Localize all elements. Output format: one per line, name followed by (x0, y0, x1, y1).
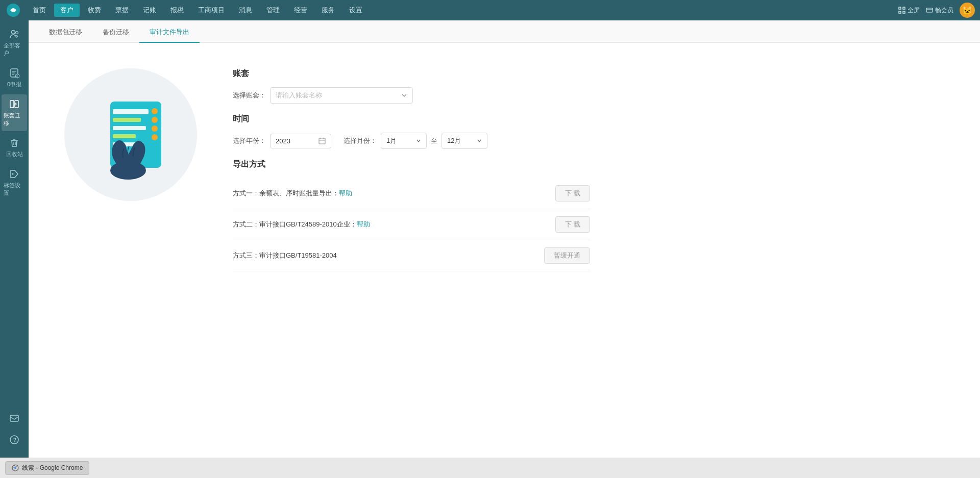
month-start-value: 1月 (386, 136, 397, 145)
nav-invoice[interactable]: 票据 (109, 4, 135, 17)
illustration-area (59, 63, 202, 206)
nav-message[interactable]: 消息 (233, 4, 258, 17)
month-label: 选择月份： (344, 136, 377, 145)
export-method-3-vip-btn[interactable]: 暂缓开通 (544, 247, 590, 264)
svg-rect-20 (113, 118, 141, 122)
svg-point-31 (14, 467, 16, 469)
sidebar-item-migrate[interactable]: 账套迁移 (2, 94, 27, 131)
svg-point-7 (12, 31, 15, 34)
svg-point-14 (12, 173, 14, 175)
fullscreen-label: 全屏 (908, 6, 920, 15)
svg-point-24 (152, 108, 158, 114)
export-method-1-help[interactable]: 帮助 (339, 189, 352, 197)
account-set-title: 账套 (233, 68, 590, 79)
time-row: 选择年份： 2023 选择月份： 1月 (233, 133, 590, 149)
app-logo (5, 2, 21, 18)
export-method-2-help[interactable]: 帮助 (357, 220, 370, 228)
export-method-2: 方式二：审计接口GB/T24589-2010企业：帮助 下 载 (233, 209, 590, 240)
time-title: 时间 (233, 114, 590, 124)
nav-service[interactable]: 服务 (315, 4, 341, 17)
account-set-placeholder: 请输入账套名称 (276, 91, 322, 100)
svg-text:?: ? (13, 437, 16, 443)
taskbar: 线索 - Google Chrome (0, 458, 980, 478)
export-method-1-label: 方式一：余额表、序时账批量导出：帮助 (233, 189, 352, 198)
sidebar-item-all-customers[interactable]: 全部客户 (2, 24, 27, 61)
svg-rect-3 (903, 7, 905, 9)
svg-rect-4 (899, 11, 901, 13)
chrome-icon (12, 464, 19, 471)
sidebar-label-trash: 回收站 (6, 150, 23, 158)
chevron-down-icon-month-start (416, 138, 421, 143)
svg-rect-21 (113, 126, 146, 130)
svg-point-1 (12, 9, 15, 12)
svg-point-27 (152, 134, 158, 140)
nav-bookkeeping[interactable]: 记账 (137, 4, 162, 17)
nav-settings[interactable]: 设置 (343, 4, 369, 17)
top-nav: 首页 客户 收费 票据 记账 报税 工商项目 消息 管理 经营 服务 设置 全屏 (0, 0, 980, 20)
tab-audit-export[interactable]: 审计文件导出 (139, 22, 200, 43)
chevron-down-icon-month-end (477, 138, 482, 143)
fullscreen-button[interactable]: 全屏 (898, 6, 920, 15)
svg-rect-19 (113, 109, 149, 114)
left-sidebar: 全部客户 0 0申报 账套迁移 回收站 (0, 20, 29, 458)
form-area: 账套 选择账套： 请输入账套名称 时间 选择年份： 20 (233, 63, 590, 271)
content-area: 数据包迁移 备份迁移 审计文件导出 (29, 20, 980, 458)
sidebar-label-zero-report: 0申报 (7, 81, 21, 88)
month-end-value: 12月 (447, 136, 461, 145)
nav-customer[interactable]: 客户 (54, 4, 80, 17)
sidebar-item-help[interactable]: ? (2, 430, 27, 449)
tab-bar: 数据包迁移 备份迁移 审计文件导出 (29, 20, 980, 43)
year-label: 选择年份： (233, 136, 266, 145)
export-title: 导出方式 (233, 159, 590, 170)
export-method-3-label: 方式三：审计接口GB/T19581-2004 (233, 251, 337, 260)
svg-point-25 (152, 117, 158, 123)
sidebar-label-all-customers: 全部客户 (4, 42, 25, 57)
svg-rect-22 (113, 134, 136, 138)
tab-data-migrate[interactable]: 数据包迁移 (39, 22, 92, 43)
account-set-row: 选择账套： 请输入账套名称 (233, 87, 590, 104)
tab-backup-migrate[interactable]: 备份迁移 (92, 22, 139, 43)
export-method-3: 方式三：审计接口GB/T19581-2004 暂缓开通 (233, 240, 590, 271)
year-input[interactable]: 2023 (270, 134, 331, 148)
user-avatar[interactable]: 🐱 (960, 3, 975, 18)
nav-business[interactable]: 工商项目 (192, 4, 231, 17)
taskbar-chrome-btn[interactable]: 线索 - Google Chrome (5, 461, 89, 475)
illustration-circle (64, 68, 197, 201)
taskbar-chrome-label: 线索 - Google Chrome (22, 464, 83, 472)
export-method-1-download-btn[interactable]: 下 载 (555, 185, 590, 202)
nav-tax[interactable]: 报税 (164, 4, 190, 17)
calendar-icon (318, 137, 326, 144)
sidebar-bottom: ? (2, 409, 27, 454)
chevron-down-icon (401, 92, 407, 98)
nav-manage[interactable]: 管理 (260, 4, 286, 17)
page-content: 账套 选择账套： 请输入账套名称 时间 选择年份： 20 (29, 43, 980, 458)
export-method-2-download-btn[interactable]: 下 载 (555, 216, 590, 233)
nav-operation[interactable]: 经营 (288, 4, 313, 17)
nav-fee[interactable]: 收费 (82, 4, 107, 17)
svg-rect-12 (10, 100, 14, 108)
sidebar-label-migrate: 账套迁移 (4, 112, 25, 127)
sidebar-label-tag-settings: 标签设置 (4, 182, 25, 197)
nav-home[interactable]: 首页 (27, 4, 52, 17)
export-method-1: 方式一：余额表、序时账批量导出：帮助 下 载 (233, 178, 590, 209)
main-layout: 全部客户 0 0申报 账套迁移 回收站 (0, 20, 980, 458)
separator: 至 (431, 136, 437, 145)
account-set-label: 选择账套： (233, 91, 266, 100)
month-start-select[interactable]: 1月 (381, 133, 427, 149)
export-method-2-label: 方式二：审计接口GB/T24589-2010企业：帮助 (233, 220, 370, 229)
member-button[interactable]: 畅会员 (926, 6, 953, 15)
top-nav-right: 全屏 畅会员 🐱 (898, 3, 975, 18)
sidebar-item-zero-report[interactable]: 0 0申报 (2, 63, 27, 92)
svg-rect-2 (899, 7, 901, 9)
svg-point-8 (16, 32, 18, 34)
svg-rect-29 (319, 138, 325, 144)
svg-rect-15 (10, 415, 18, 421)
sidebar-item-tag-settings[interactable]: 标签设置 (2, 164, 27, 201)
year-value: 2023 (276, 137, 290, 145)
sidebar-item-trash[interactable]: 回收站 (2, 133, 27, 162)
account-set-select[interactable]: 请输入账套名称 (270, 87, 413, 104)
svg-point-26 (152, 125, 158, 132)
month-end-select[interactable]: 12月 (442, 133, 487, 149)
member-label: 畅会员 (935, 6, 953, 15)
sidebar-item-message[interactable] (2, 409, 27, 428)
